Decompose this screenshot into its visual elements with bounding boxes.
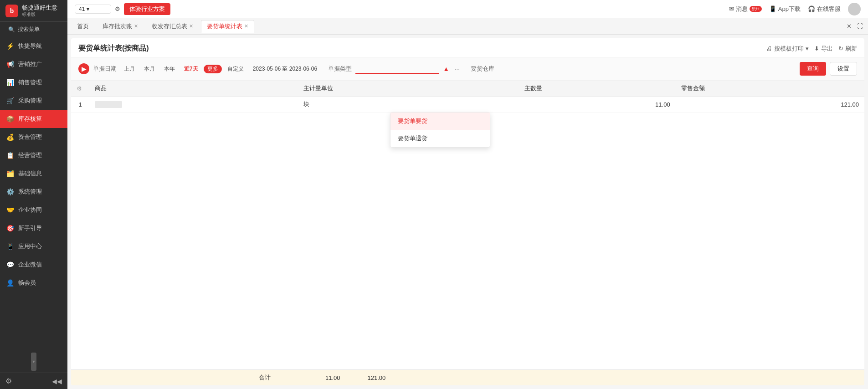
user-avatar[interactable] [848, 3, 861, 15]
tab-receive-summary-label: 收发存汇总表 [152, 22, 187, 31]
sidebar-item-purchase[interactable]: 🛒采购管理 [0, 92, 67, 110]
messages-btn[interactable]: ✉ 消息 99+ [729, 5, 762, 13]
headset-icon: 🎧 [808, 5, 815, 12]
print-btn[interactable]: 🖨 按模板打印 ▾ [766, 45, 809, 53]
print-chevron-icon: ▾ [806, 45, 809, 52]
refresh-label: 刷新 [845, 45, 857, 53]
tab-home-label: 首页 [77, 22, 89, 31]
guide-icon: 🎯 [5, 224, 15, 233]
refresh-icon: ↻ [838, 45, 843, 52]
sidebar: b 畅捷通好生意 标准版 🔍 搜索菜单 ⚡快捷导航📢营销推广📊销售管理🛒采购管理… [0, 0, 67, 389]
col-qty: 主数量 [519, 81, 675, 97]
sidebar-item-system[interactable]: ⚙️系统管理 [0, 183, 67, 201]
gear-icon[interactable]: ⚙ [115, 5, 120, 12]
tab-expand-btn[interactable]: ⛶ [855, 22, 864, 31]
sidebar-item-member[interactable]: 👤畅会员 [0, 274, 67, 292]
date-this-year[interactable]: 本年 [160, 64, 179, 74]
chevron-down-icon: ▾ [87, 6, 89, 12]
date-more[interactable]: 更多 [204, 65, 222, 73]
collapse-icon[interactable]: ◀◀ [52, 378, 62, 385]
purchase-label: 采购管理 [18, 97, 42, 105]
sidebar-nav: ⚡快捷导航📢营销推广📊销售管理🛒采购管理📦库存核算💰资金管理📋经营管理🗂️基础信… [0, 37, 67, 351]
cooperation-label: 企业协同 [18, 206, 42, 214]
date-shortcuts: 上月 本月 本年 近7天 更多 自定义 [120, 64, 247, 74]
store-name: 41 [79, 6, 85, 12]
sidebar-item-cooperation[interactable]: 🤝企业协同 [0, 201, 67, 219]
filter-settings-btn[interactable]: 设置 [830, 62, 857, 76]
topbar-left: 41 ▾ ⚙ 体验行业方案 [75, 3, 729, 15]
tab-inventory-batch[interactable]: 库存批次账 ✕ [97, 20, 144, 33]
search-menu-label: 搜索菜单 [18, 26, 40, 33]
wechat-label: 企业微信 [18, 261, 42, 269]
search-menu-btn[interactable]: 🔍 搜索菜单 [0, 22, 67, 37]
type-dropdown: 要货单要货 要货单退货 [390, 112, 490, 148]
message-icon: ✉ [729, 5, 734, 12]
tab-inventory-batch-label: 库存批次账 [103, 22, 132, 31]
sidebar-scroll: ▼ [0, 351, 67, 373]
app-version: 标准版 [22, 11, 57, 17]
refresh-btn[interactable]: ↻ 刷新 [838, 45, 857, 53]
tab-end-buttons: ✕ ⛶ [844, 22, 864, 31]
settings-icon[interactable]: ⚙ [5, 377, 12, 385]
type-label: 单据类型 [328, 65, 352, 73]
dropdown-item-order-goods[interactable]: 要货单要货 [390, 113, 490, 130]
online-service-label: 在线客服 [817, 5, 841, 13]
tab-receive-summary-close[interactable]: ✕ [189, 23, 193, 29]
sidebar-item-wechat[interactable]: 💬企业微信 [0, 256, 67, 274]
type-dropdown-toggle[interactable]: ▲ [443, 65, 449, 72]
query-btn[interactable]: 查询 [800, 62, 826, 76]
tab-order-stats-close[interactable]: ✕ [244, 23, 248, 29]
system-icon: ⚙️ [5, 187, 15, 196]
sidebar-item-app-center[interactable]: 📱应用中心 [0, 237, 67, 256]
store-selector[interactable]: 41 ▾ [75, 5, 111, 14]
sidebar-item-basic-info[interactable]: 🗂️基础信息 [0, 164, 67, 183]
tab-order-stats[interactable]: 要货单统计表 ✕ [201, 20, 254, 33]
row-qty: 11.00 [519, 97, 675, 113]
sidebar-item-quick-nav[interactable]: ⚡快捷导航 [0, 37, 67, 55]
table-row: 1 块 11.00 121.00 [71, 97, 864, 113]
inventory-icon: 📦 [5, 114, 15, 123]
member-icon: 👤 [5, 278, 15, 287]
tab-inventory-batch-close[interactable]: ✕ [134, 23, 138, 29]
topbar: 41 ▾ ⚙ 体验行业方案 ✉ 消息 99+ 📱 App下载 🎧 在线客服 [67, 0, 868, 18]
app-download-btn[interactable]: 📱 App下载 [769, 5, 801, 13]
date-this-month[interactable]: 本月 [140, 64, 159, 74]
type-input[interactable] [355, 64, 439, 74]
cooperation-icon: 🤝 [5, 205, 15, 215]
sidebar-item-operations[interactable]: 📋经营管理 [0, 146, 67, 164]
table-body: 1 块 11.00 121.00 [71, 97, 864, 113]
tab-order-stats-label: 要货单统计表 [207, 22, 242, 31]
promo-btn[interactable]: 体验行业方案 [124, 3, 170, 15]
export-btn[interactable]: ⬇ 导出 [814, 45, 833, 53]
filter-bar: ▶ 单据日期 上月 本月 本年 近7天 更多 自定义 2023-05-06 至 … [71, 57, 864, 81]
table-header-row: ⚙ 商品 主计量单位 主数量 零售金额 [71, 81, 864, 97]
date-custom[interactable]: 自定义 [224, 64, 247, 74]
online-service-btn[interactable]: 🎧 在线客服 [808, 5, 841, 13]
total-qty: 11.00 [325, 374, 340, 381]
date-last-month[interactable]: 上月 [120, 64, 139, 74]
sidebar-item-inventory[interactable]: 📦库存核算 [0, 110, 67, 128]
col-settings: ⚙ [71, 81, 89, 97]
total-label: 合计 [259, 374, 271, 382]
filter-more-btn[interactable]: ··· [455, 66, 460, 72]
search-icon: 🔍 [8, 26, 15, 33]
sidebar-item-sales[interactable]: 📊销售管理 [0, 73, 67, 92]
member-label: 畅会员 [18, 279, 36, 287]
tab-receive-summary[interactable]: 收发存汇总表 ✕ [146, 20, 199, 33]
finance-label: 资金管理 [18, 133, 42, 141]
dropdown-item-order-return[interactable]: 要货单退货 [390, 130, 490, 147]
sidebar-item-finance[interactable]: 💰资金管理 [0, 128, 67, 146]
basic-info-label: 基础信息 [18, 169, 42, 178]
marketing-icon: 📢 [5, 60, 15, 69]
tab-close-all-btn[interactable]: ✕ [844, 22, 853, 31]
finance-icon: 💰 [5, 133, 15, 142]
filter-expand-btn[interactable]: ▶ [78, 63, 89, 74]
sidebar-item-guide[interactable]: 🎯新手引导 [0, 219, 67, 237]
tab-home[interactable]: 首页 [71, 20, 95, 33]
total-amount: 121.00 [368, 374, 386, 381]
scroll-down-icon[interactable]: ▼ [31, 353, 36, 371]
col-settings-icon[interactable]: ⚙ [77, 85, 82, 92]
date-last-7[interactable]: 近7天 [180, 64, 202, 74]
sidebar-item-marketing[interactable]: 📢营销推广 [0, 55, 67, 73]
col-unit: 主计量单位 [298, 81, 519, 97]
